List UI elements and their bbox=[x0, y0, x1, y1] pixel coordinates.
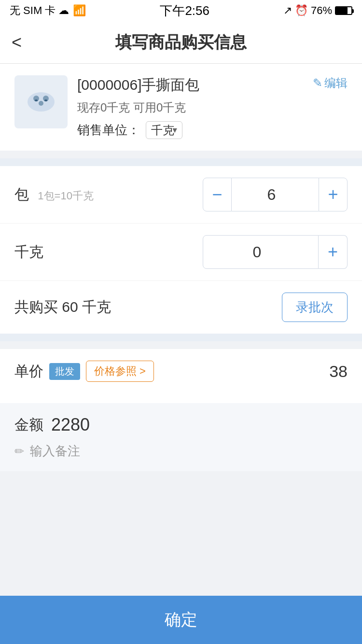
page-title: 填写商品购买信息 bbox=[115, 31, 247, 54]
product-unit-row: 销售单位： 千克 bbox=[77, 121, 348, 139]
unit-select[interactable]: 千克 bbox=[146, 121, 182, 139]
price-value: 38 bbox=[329, 362, 348, 381]
price-row: 单价 批发 价格参照 > 38 bbox=[14, 361, 348, 382]
price-ref-button[interactable]: 价格参照 > bbox=[86, 361, 154, 382]
bottom-area bbox=[0, 471, 362, 616]
edit-icon: ✎ bbox=[313, 76, 322, 90]
batch-button[interactable]: 录批次 bbox=[282, 293, 348, 322]
svg-point-4 bbox=[35, 99, 38, 101]
kg-control: + bbox=[203, 235, 348, 269]
location-icon: ↗ bbox=[283, 4, 292, 17]
nav-bar: < 填写商品购买信息 bbox=[0, 21, 362, 64]
product-name: [0000006]手撕面包 bbox=[77, 75, 199, 95]
price-left: 单价 批发 价格参照 > bbox=[14, 361, 154, 382]
total-label: 共购买 60 千克 bbox=[14, 297, 111, 317]
pencil-icon: ✏ bbox=[14, 445, 24, 458]
bao-control: − + bbox=[203, 178, 348, 211]
edit-link[interactable]: ✎ 编辑 bbox=[313, 75, 348, 91]
kg-label: 千克 bbox=[14, 242, 203, 262]
product-info: [0000006]手撕面包 ✎ 编辑 现存0千克 可用0千克 销售单位： 千克 bbox=[77, 75, 348, 139]
remark-placeholder[interactable]: 输入备注 bbox=[30, 443, 80, 460]
price-label: 单价 bbox=[14, 362, 43, 381]
amount-value: 2280 bbox=[51, 415, 90, 435]
bao-row: 包 1包=10千克 − + bbox=[0, 166, 362, 224]
battery-percent: 76% bbox=[311, 4, 332, 17]
quantity-section: 包 1包=10千克 − + 千克 + bbox=[0, 166, 362, 281]
price-section: 单价 批发 价格参照 > 38 bbox=[0, 349, 362, 403]
product-stock: 现存0千克 可用0千克 bbox=[77, 100, 348, 115]
price-tag: 批发 bbox=[49, 363, 80, 380]
sim-label: 无 SIM 卡 ☁ bbox=[10, 3, 69, 18]
status-right: ↗ ⏰ 76% bbox=[283, 4, 352, 17]
back-button[interactable]: < bbox=[12, 32, 22, 53]
kg-plus-button[interactable]: + bbox=[319, 235, 348, 269]
svg-point-3 bbox=[39, 101, 43, 106]
section-divider-2 bbox=[0, 334, 362, 341]
bao-label: 包 1包=10千克 bbox=[14, 185, 203, 205]
product-thumbnail bbox=[14, 75, 68, 128]
amount-row: 金额 2280 bbox=[14, 415, 348, 435]
status-left: 无 SIM 卡 ☁ 📶 bbox=[10, 3, 86, 18]
total-row: 共购买 60 千克 录批次 bbox=[0, 281, 362, 334]
status-bar: 无 SIM 卡 ☁ 📶 下午2:56 ↗ ⏰ 76% bbox=[0, 0, 362, 21]
bao-minus-button[interactable]: − bbox=[203, 178, 232, 211]
kg-row: 千克 + bbox=[0, 224, 362, 281]
svg-point-5 bbox=[44, 99, 47, 101]
status-time: 下午2:56 bbox=[160, 2, 209, 19]
alarm-icon: ⏰ bbox=[295, 4, 308, 17]
amount-section: 金额 2280 ✏ 输入备注 bbox=[0, 403, 362, 471]
section-divider-1 bbox=[0, 158, 362, 166]
unit-label: 销售单位： bbox=[77, 122, 140, 139]
product-card: [0000006]手撕面包 ✎ 编辑 现存0千克 可用0千克 销售单位： 千克 bbox=[0, 64, 362, 151]
edit-label: 编辑 bbox=[324, 75, 348, 91]
confirm-button[interactable]: 确定 bbox=[0, 596, 362, 644]
amount-label: 金额 bbox=[14, 415, 43, 435]
bao-input[interactable] bbox=[232, 178, 319, 211]
remark-row[interactable]: ✏ 输入备注 bbox=[14, 443, 348, 460]
unit-select-wrap[interactable]: 千克 bbox=[146, 121, 182, 139]
wifi-icon: 📶 bbox=[73, 4, 86, 17]
battery-icon bbox=[335, 6, 352, 15]
bao-plus-button[interactable]: + bbox=[319, 178, 348, 211]
kg-input[interactable] bbox=[203, 235, 319, 269]
bao-hint: 1包=10千克 bbox=[38, 190, 94, 202]
